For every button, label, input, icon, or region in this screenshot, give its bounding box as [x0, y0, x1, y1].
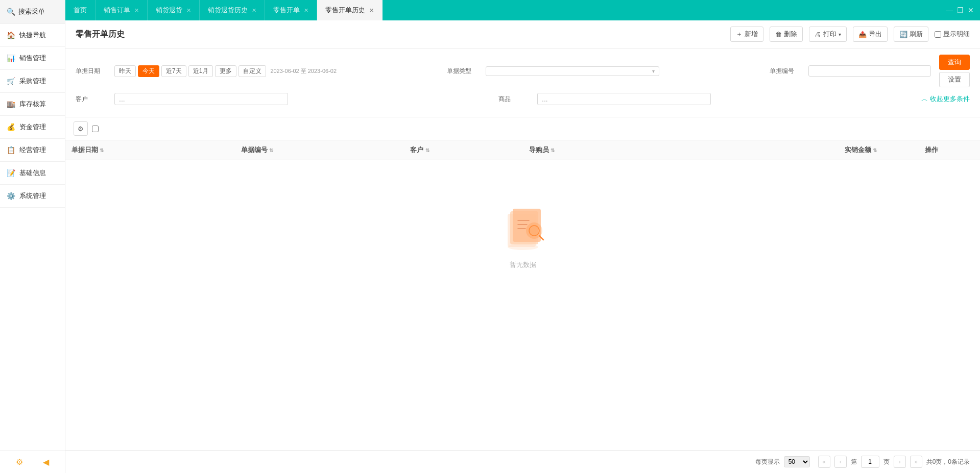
sidebar-item-label: 基础信息: [19, 168, 46, 178]
type-select[interactable]: ▾: [486, 66, 659, 76]
col-date[interactable]: 单据日期 ⇅: [65, 140, 235, 160]
date-label: 单据日期: [76, 67, 106, 76]
tab-sales-return-history-label: 销货退货历史: [208, 6, 248, 15]
tab-home-label: 首页: [74, 6, 87, 15]
tab-sales-return[interactable]: 销货退货 ✕: [148, 0, 200, 20]
toolbar: ＋ 新增 🗑 删除 🖨 打印 ▾ 📤 导出 🔄 刷新: [730, 27, 970, 42]
sidebar-item-quick-nav[interactable]: 🏠 快捷导航: [0, 24, 65, 47]
refresh-button[interactable]: 🔄 刷新: [894, 27, 928, 42]
sidebar-item-operations[interactable]: 📋 经营管理: [0, 139, 65, 162]
cart-icon: 🛒: [6, 77, 15, 85]
sidebar-item-label: 经营管理: [19, 145, 46, 155]
delete-button[interactable]: 🗑 删除: [770, 27, 803, 42]
page-word: 第: [851, 458, 857, 466]
search-button[interactable]: 查询: [939, 55, 970, 70]
filter-row-1: 单据日期 昨天 今天 近7天 近1月 更多 自定义 2023-06-02 至 2…: [76, 55, 970, 87]
data-table: 单据日期 ⇅ 单据编号 ⇅ 客户 ⇅ 导购员 ⇅: [65, 140, 980, 160]
svg-point-5: [529, 226, 539, 236]
sidebar-item-basic-info[interactable]: 📝 基础信息: [0, 162, 65, 185]
tab-close-retail-history[interactable]: ✕: [369, 7, 374, 14]
col-guide[interactable]: 导购员 ⇅: [523, 140, 667, 160]
tab-home[interactable]: 首页: [65, 0, 95, 20]
settings-bottom-icon[interactable]: ⚙: [16, 457, 23, 467]
print-icon: 🖨: [815, 31, 821, 38]
add-button[interactable]: ＋ 新增: [730, 27, 763, 42]
tab-close-sales-return-history[interactable]: ✕: [252, 7, 256, 14]
date-btn-more[interactable]: 更多: [215, 65, 236, 77]
print-dropdown-icon: ▾: [839, 32, 841, 37]
chart-icon: 📊: [6, 54, 15, 62]
sidebar-item-purchase-mgmt[interactable]: 🛒 采购管理: [0, 70, 65, 93]
id-input[interactable]: [808, 65, 931, 77]
content-header: 零售开单历史 ＋ 新增 🗑 删除 🖨 打印 ▾ 📤 导出 🔄: [65, 20, 980, 48]
tab-close-retail-open[interactable]: ✕: [304, 7, 308, 14]
show-detail-toggle[interactable]: 显示明细: [935, 30, 970, 39]
first-page-btn[interactable]: «: [818, 456, 830, 468]
sort-icon-amount: ⇅: [873, 147, 877, 153]
collapse-sidebar-btn[interactable]: ◀: [43, 457, 49, 467]
page-label: 页: [883, 458, 890, 466]
tab-sales-return-label: 销货退货: [156, 6, 182, 15]
export-button[interactable]: 📤 导出: [853, 27, 888, 42]
date-btn-last-month[interactable]: 近1月: [188, 65, 213, 77]
tab-close-sales-return[interactable]: ✕: [186, 7, 191, 14]
table-container: 单据日期 ⇅ 单据编号 ⇅ 客户 ⇅ 导购员 ⇅: [65, 140, 980, 450]
tab-retail-history-label: 零售开单历史: [325, 6, 365, 15]
sidebar: 🔍 搜索采单 🏠 快捷导航 📊 销售管理 🛒 采购管理 🏬 库存核算 💰 资金管…: [0, 0, 65, 473]
tab-sales-order[interactable]: 销售订单 ✕: [95, 0, 148, 20]
page-input[interactable]: 1: [861, 456, 879, 468]
settings-button[interactable]: 设置: [939, 72, 970, 87]
last-page-btn[interactable]: »: [910, 456, 922, 468]
date-range-display: 2023-06-02 至 2023-06-02: [270, 67, 337, 75]
page-size-select[interactable]: 50 10 20 100: [784, 456, 810, 467]
col-ops: 操作: [883, 140, 980, 160]
tab-retail-history[interactable]: 零售开单历史 ✕: [317, 0, 383, 20]
window-restore-btn[interactable]: ❐: [957, 6, 964, 14]
type-select-arrow: ▾: [652, 68, 655, 74]
sidebar-item-label: 销售管理: [19, 54, 46, 63]
tab-retail-open[interactable]: 零售开单 ✕: [265, 0, 317, 20]
collapse-filter-btn[interactable]: ︿ 收起更多条件: [921, 92, 970, 106]
sort-icon-guide: ⇅: [551, 147, 555, 153]
tab-sales-order-label: 销售订单: [104, 6, 130, 15]
product-dots: ...: [542, 95, 548, 103]
print-button[interactable]: 🖨 打印 ▾: [809, 27, 847, 42]
gear-icon: ⚙️: [6, 192, 15, 200]
sidebar-search[interactable]: 🔍 搜索采单: [0, 0, 65, 24]
prev-page-btn[interactable]: ‹: [834, 456, 847, 468]
tab-sales-return-history[interactable]: 销货退货历史 ✕: [200, 0, 265, 20]
sidebar-bottom: ⚙ ◀: [0, 451, 65, 473]
chevron-up-icon: ︿: [921, 94, 928, 104]
tab-bar-end: — ❐ ✕: [946, 6, 980, 14]
sidebar-item-inventory[interactable]: 🏬 库存核算: [0, 93, 65, 116]
tab-close-sales-order[interactable]: ✕: [134, 7, 139, 14]
sidebar-item-finance[interactable]: 💰 资金管理: [0, 116, 65, 139]
table-settings-button[interactable]: ⚙: [74, 121, 88, 136]
table-area: ⚙ 单据日期 ⇅ 单据编号 ⇅: [65, 117, 980, 450]
sidebar-item-label: 库存核算: [19, 99, 46, 109]
per-page-label: 每页显示: [755, 458, 780, 466]
customer-select[interactable]: ...: [114, 93, 288, 105]
date-btn-custom[interactable]: 自定义: [238, 65, 266, 77]
empty-state: 暂无数据: [65, 160, 980, 290]
sidebar-item-label: 资金管理: [19, 122, 46, 132]
date-btn-today[interactable]: 今天: [138, 65, 159, 77]
col-amount[interactable]: 实销金额 ⇅: [713, 140, 883, 160]
total-info: 共0页，0条记录: [926, 458, 970, 466]
window-close-btn[interactable]: ✕: [968, 6, 974, 14]
date-btn-last7[interactable]: 近7天: [161, 65, 186, 77]
select-all-checkbox[interactable]: [92, 126, 99, 132]
sidebar-item-system-mgmt[interactable]: ⚙️ 系统管理: [0, 185, 65, 208]
col-guide-label: 导购员: [529, 146, 549, 154]
window-minimize-btn[interactable]: —: [946, 6, 953, 14]
show-detail-checkbox[interactable]: [935, 31, 941, 38]
next-page-btn[interactable]: ›: [894, 456, 906, 468]
type-label: 单据类型: [447, 67, 477, 76]
product-select[interactable]: ...: [537, 93, 711, 105]
collapse-label: 收起更多条件: [930, 94, 970, 104]
settings-icon: ⚙: [78, 125, 84, 133]
sidebar-item-sales-mgmt[interactable]: 📊 销售管理: [0, 47, 65, 70]
col-number[interactable]: 单据编号 ⇅: [235, 140, 404, 160]
col-customer[interactable]: 客户 ⇅: [404, 140, 523, 160]
date-btn-yesterday[interactable]: 昨天: [114, 65, 136, 77]
